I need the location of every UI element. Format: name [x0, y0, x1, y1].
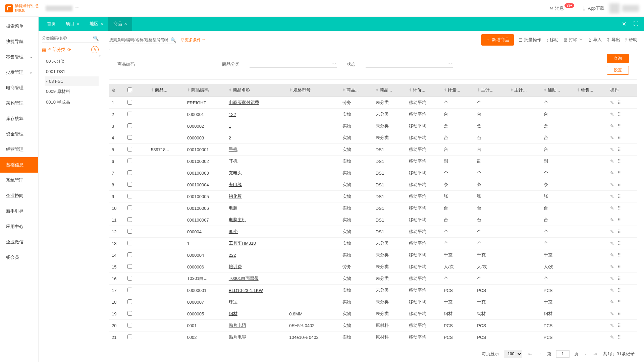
page-size-select[interactable]: 100	[504, 350, 522, 358]
product-name-link[interactable]: 工具车HM318	[226, 238, 287, 249]
row-checkbox[interactable]	[127, 135, 132, 140]
column-header[interactable]: ▲▼主计...	[508, 84, 541, 97]
row-checkbox[interactable]	[127, 288, 132, 292]
table-row[interactable]: 200001贴片电阻0R±5% 0402实物原材料移动平均PCSPCSPCS✎⠿	[109, 320, 637, 331]
product-name-link[interactable]: T0301白面黑带	[226, 273, 287, 285]
user-name[interactable]	[622, 5, 639, 12]
column-header[interactable]: ▲▼计量...	[441, 84, 474, 97]
prev-page-button[interactable]: ‹	[538, 352, 542, 357]
edit-icon[interactable]: ✎	[610, 241, 614, 246]
search-icon[interactable]: 🔍	[93, 36, 99, 41]
column-header[interactable]	[140, 84, 149, 97]
column-header[interactable]: ▲▼商品名称	[226, 84, 287, 97]
category-item[interactable]: 0001 DS1	[45, 67, 99, 76]
sidebar-item[interactable]: 资金管理	[0, 126, 38, 142]
more-icon[interactable]: ⠿	[618, 229, 621, 234]
table-row[interactable]: 6000100002耳机实物DS1移动平均副副副✎⠿	[109, 156, 637, 167]
tab[interactable]: 商品✕	[108, 17, 132, 31]
row-checkbox[interactable]	[127, 323, 132, 327]
more-icon[interactable]: ⠿	[618, 288, 621, 293]
more-icon[interactable]: ⠿	[618, 264, 621, 269]
search-icon[interactable]: 🔍	[170, 37, 176, 43]
row-checkbox[interactable]	[127, 194, 132, 198]
table-row[interactable]: 150000006培训费劳务未分类移动平均人/次人/次人/次✎⠿	[109, 261, 637, 273]
more-icon[interactable]: ⠿	[618, 159, 621, 164]
column-header[interactable]: ▲▼销售...	[574, 84, 607, 97]
close-icon[interactable]: ✕	[76, 22, 79, 26]
edit-icon[interactable]: ✎	[610, 147, 614, 152]
sidebar-item[interactable]: 新手引导	[0, 203, 38, 219]
edit-icon[interactable]: ✎	[610, 299, 614, 305]
more-icon[interactable]: ⠿	[618, 112, 621, 117]
table-row[interactable]: 400000032实物未分类移动平均台台台✎⠿	[109, 132, 637, 144]
edit-icon[interactable]: ✎	[610, 182, 614, 187]
table-row[interactable]: 210002贴片电容104±10% 0402实物原材料移动平均PCSPCSPCS…	[109, 331, 637, 343]
last-page-button[interactable]: ⇥	[592, 352, 598, 357]
close-icon[interactable]: ✕	[100, 22, 103, 26]
edit-icon[interactable]: ✎	[610, 135, 614, 140]
column-header[interactable]: ▲▼商品...	[373, 84, 406, 97]
next-page-button[interactable]: ›	[583, 352, 587, 357]
column-header[interactable]: 操作	[607, 84, 637, 97]
sort-icon[interactable]: ▲▼	[342, 88, 345, 92]
row-checkbox[interactable]	[127, 264, 132, 269]
more-icon[interactable]: ⠿	[618, 194, 621, 199]
product-name-link[interactable]: 耳机	[226, 156, 287, 167]
product-name-link[interactable]: 充电线	[226, 179, 287, 191]
filter-status-select[interactable]: ﹀	[366, 61, 453, 68]
product-name-link[interactable]: 1	[226, 120, 287, 132]
table-row[interactable]: 300000021实物未分类移动平均盒盒盒✎⠿	[109, 120, 637, 132]
table-row[interactable]: 131工具车HM318实物未分类移动平均个个个✎⠿	[109, 238, 637, 249]
table-row[interactable]: 1700000001BLD10-23-1.1KW实物未分类移动平均PCSPCSP…	[109, 285, 637, 296]
sidebar-item[interactable]: 批发管理▸	[0, 65, 38, 80]
edit-icon[interactable]: ✎	[610, 264, 614, 269]
more-icon[interactable]: ⠿	[618, 182, 621, 187]
sidebar-item[interactable]: 搜索菜单	[0, 18, 38, 34]
sidebar-item[interactable]: 企业协同	[0, 188, 38, 203]
refresh-icon[interactable]: ⟳	[67, 47, 71, 52]
first-page-button[interactable]: ⇤	[527, 352, 533, 357]
column-header[interactable]: ▲▼商品...	[340, 84, 373, 97]
edit-icon[interactable]: ✎	[610, 159, 614, 164]
row-checkbox[interactable]	[127, 112, 132, 116]
sort-icon[interactable]: ▲▼	[376, 88, 379, 92]
edit-icon[interactable]: ✎	[610, 276, 614, 281]
product-name-link[interactable]: 电商买家付运费	[226, 97, 287, 109]
more-icon[interactable]: ⠿	[618, 323, 621, 328]
more-filters-link[interactable]: ▽ 更多条件 ﹀	[181, 37, 206, 43]
product-name-link[interactable]: 钢材	[226, 308, 287, 320]
column-header[interactable]: ⚙	[109, 84, 125, 97]
product-name-link[interactable]: 珠宝	[226, 296, 287, 308]
filter-code-input[interactable]	[145, 62, 212, 67]
sidebar-item[interactable]: 经营管理	[0, 142, 38, 157]
sort-icon[interactable]: ▲▼	[229, 88, 232, 92]
category-search-input[interactable]	[42, 36, 93, 41]
edit-icon[interactable]: ✎	[610, 311, 614, 316]
product-name-link[interactable]: 电脑主机	[226, 214, 287, 226]
category-item[interactable]: 0010 半成品	[45, 97, 99, 108]
sidebar-item[interactable]: 应用中心	[0, 219, 38, 234]
tab[interactable]: 地区✕	[85, 17, 108, 31]
edit-icon[interactable]: ✎	[610, 323, 614, 328]
sort-icon[interactable]: ▲▼	[477, 88, 480, 92]
table-row[interactable]: 20000001122实物未分类移动平均台台台✎⠿	[109, 109, 637, 120]
edit-icon[interactable]: ✎	[610, 123, 614, 129]
sidebar-item[interactable]: 库存核算	[0, 111, 38, 126]
more-icon[interactable]: ⠿	[618, 217, 621, 223]
product-name-link[interactable]: BLD10-23-1.1KW	[226, 285, 287, 296]
row-checkbox[interactable]	[127, 335, 132, 339]
sort-icon[interactable]: ▲▼	[544, 88, 547, 92]
row-checkbox[interactable]	[127, 205, 132, 210]
edit-icon[interactable]: ✎	[610, 194, 614, 199]
row-checkbox[interactable]	[127, 276, 132, 281]
edit-icon[interactable]: ✎	[610, 170, 614, 176]
table-row[interactable]: 1200000490小实物DS1移动平均个个个✎⠿	[109, 226, 637, 238]
more-icon[interactable]: ⠿	[618, 123, 621, 129]
help-action[interactable]: ?帮助	[625, 37, 637, 43]
app-download-link[interactable]: ⭳ App下载	[582, 5, 604, 11]
row-checkbox[interactable]	[127, 159, 132, 163]
product-name-link[interactable]: 贴片电容	[226, 331, 287, 343]
product-name-link[interactable]: 培训费	[226, 261, 287, 273]
org-selector[interactable]: ﹀	[46, 5, 79, 11]
sidebar-item[interactable]: 畅会员	[0, 250, 38, 265]
